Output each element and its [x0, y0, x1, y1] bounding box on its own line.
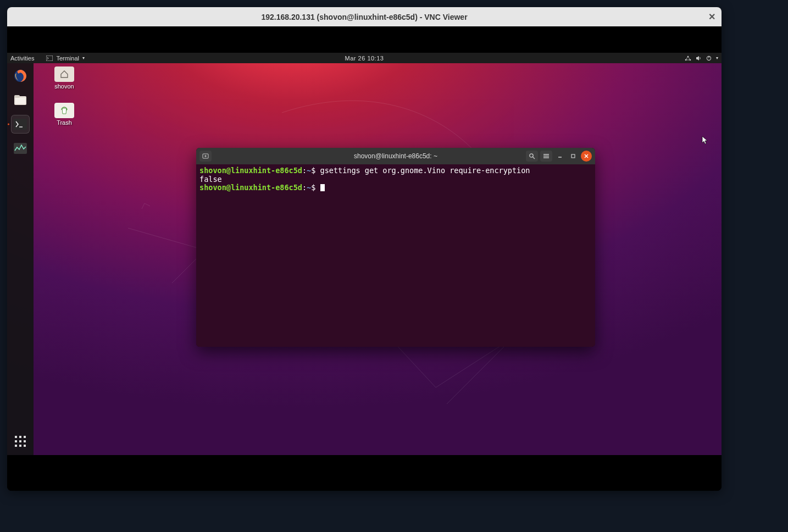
chevron-down-icon[interactable]: ▾	[716, 56, 718, 60]
svg-rect-12	[14, 143, 27, 154]
svg-rect-10	[14, 119, 27, 130]
gnome-desktop[interactable]: shovon Trash shovon@linu	[7, 63, 722, 455]
close-icon[interactable]: ✕	[707, 13, 716, 21]
dock-files[interactable]	[11, 91, 30, 109]
svg-rect-0	[46, 56, 53, 61]
dock-terminal[interactable]	[11, 115, 30, 134]
terminal-icon	[46, 56, 53, 61]
status-area[interactable]: ▾	[685, 56, 718, 61]
firefox-icon	[13, 69, 27, 83]
app-menu[interactable]: Terminal ▾	[46, 55, 85, 62]
minimize-icon	[557, 153, 563, 159]
vnc-remote-framebuffer: Activities Terminal ▾ Mar 26 10:13	[7, 26, 722, 491]
clock[interactable]: Mar 26 10:13	[345, 55, 384, 62]
desktop-icon-label: shovon	[54, 83, 74, 90]
terminal-title: shovon@linuxhint-e86c5d: ~	[354, 152, 437, 160]
desktop-home-folder[interactable]: shovon	[45, 66, 84, 90]
window-maximize-button[interactable]	[568, 151, 579, 162]
terminal-search-button[interactable]	[526, 151, 538, 162]
window-close-button[interactable]	[581, 151, 592, 162]
svg-point-17	[530, 154, 533, 157]
gnome-top-bar: Activities Terminal ▾ Mar 26 10:13	[7, 53, 722, 63]
app-menu-label: Terminal	[56, 55, 79, 62]
system-monitor-icon	[14, 143, 27, 154]
vnc-viewer-window: 192.168.20.131 (shovon@linuxhint-e86c5d)…	[7, 7, 722, 491]
desktop-icon-label: Trash	[57, 119, 72, 126]
search-icon	[529, 153, 535, 159]
dock-system-monitor[interactable]	[11, 139, 30, 158]
new-tab-icon	[202, 153, 209, 159]
desktop-icons-area: shovon Trash	[45, 66, 84, 126]
svg-rect-9	[15, 98, 25, 104]
svg-line-18	[533, 157, 535, 159]
power-icon[interactable]	[706, 56, 712, 61]
activities-button[interactable]: Activities	[10, 55, 34, 62]
terminal-icon	[14, 119, 27, 130]
chevron-down-icon: ▾	[82, 56, 85, 60]
files-icon	[14, 94, 27, 106]
dock-firefox[interactable]	[11, 66, 30, 85]
hamburger-icon	[543, 153, 550, 159]
cursor-pointer-icon	[702, 136, 707, 143]
terminal-headerbar[interactable]: shovon@linuxhint-e86c5d: ~	[196, 148, 595, 164]
gnome-terminal-window[interactable]: shovon@linuxhint-e86c5d: ~	[196, 148, 595, 347]
terminal-body[interactable]: shovon@linuxhint-e86c5d:~$ gsettings get…	[196, 164, 595, 347]
ubuntu-dock	[7, 63, 34, 455]
trash-icon	[54, 103, 74, 118]
desktop-trash[interactable]: Trash	[45, 103, 84, 126]
window-minimize-button[interactable]	[554, 151, 565, 162]
new-tab-button[interactable]	[199, 151, 212, 162]
vnc-title-text: 192.168.20.131 (shovon@linuxhint-e86c5d)…	[261, 13, 467, 21]
maximize-icon	[570, 153, 576, 159]
home-folder-icon	[54, 66, 74, 82]
svg-rect-8	[14, 95, 20, 98]
network-icon[interactable]	[685, 56, 691, 61]
terminal-menu-button[interactable]	[540, 151, 552, 162]
show-applications-button[interactable]	[11, 432, 30, 451]
volume-icon[interactable]	[696, 56, 702, 61]
close-icon	[584, 153, 589, 159]
vnc-titlebar[interactable]: 192.168.20.131 (shovon@linuxhint-e86c5d)…	[7, 7, 722, 26]
svg-rect-23	[571, 154, 575, 158]
